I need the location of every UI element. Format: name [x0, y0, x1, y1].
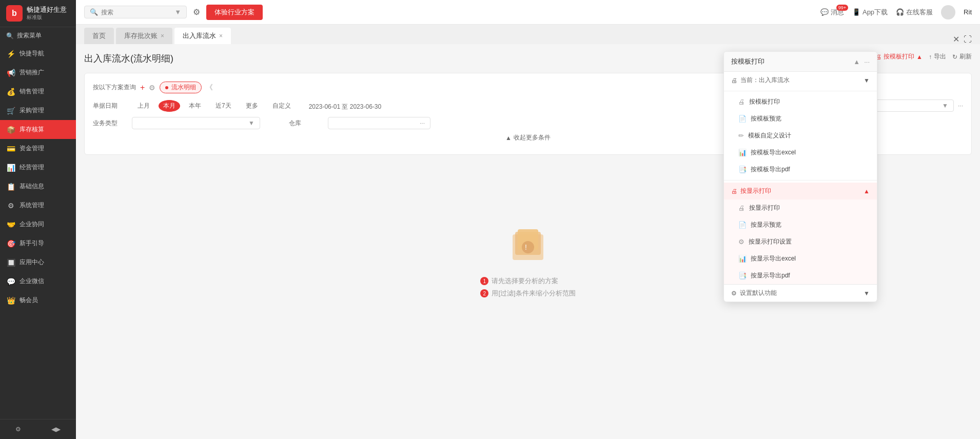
search-icon: 🔍	[6, 32, 14, 39]
empty-tip-1-label: 请先选择要分析的方案	[492, 276, 558, 286]
doc-type-arrow: ▼	[942, 102, 948, 109]
collab-icon: 🤝	[6, 221, 15, 229]
refresh-btn[interactable]: ↻ 刷新	[952, 52, 972, 61]
date-last-month-btn[interactable]: 上月	[132, 100, 155, 112]
sidebar-item-wecom[interactable]: 💬 企业微信	[0, 272, 76, 291]
logo-icon: b	[6, 5, 23, 22]
app-download-btn[interactable]: 📱 App下载	[852, 8, 888, 17]
filter-add-btn[interactable]: +	[140, 83, 145, 92]
sidebar-item-finance[interactable]: 💳 资金管理	[0, 139, 76, 158]
user-avatar[interactable]	[941, 5, 955, 19]
display-print-settings-label: 按显示打印设置	[749, 237, 792, 246]
display-print-section-header[interactable]: 🖨 按显示打印 ▲	[724, 183, 877, 199]
dropdown-item-template-print[interactable]: 🖨 按模板打印	[724, 93, 877, 110]
biz-type-input[interactable]: ▼	[132, 117, 260, 129]
dropdown-item-display-print-settings[interactable]: ⚙ 按显示打印设置	[724, 233, 877, 250]
notification-btn[interactable]: 💬 消息 99+	[820, 8, 844, 17]
system-icon: ⚙	[6, 202, 15, 210]
sidebar-item-sales[interactable]: 💰 销售管理	[0, 82, 76, 101]
dropdown-item-display-export-excel[interactable]: 📊 按显示导出excel	[724, 250, 877, 267]
trial-button[interactable]: 体验行业方案	[206, 5, 263, 20]
sidebar-item-purchase[interactable]: 🛒 采购管理	[0, 101, 76, 120]
sidebar-settings-btn[interactable]: ⚙	[11, 424, 25, 435]
display-preview-label: 按显示预览	[751, 221, 781, 229]
export-btn[interactable]: ↑ 导出	[929, 52, 946, 61]
dropdown-item-template-export-excel[interactable]: 📊 按模板导出excel	[724, 144, 877, 161]
date-this-month-btn[interactable]: 本月	[159, 100, 180, 112]
filter-active-tag[interactable]: 流水明细	[160, 82, 202, 93]
notification-icon: 💬	[820, 8, 829, 16]
sidebar-item-label: 营销推广	[19, 68, 44, 77]
sidebar-item-label: 新手引导	[19, 239, 44, 248]
app-download-label: App下载	[863, 8, 888, 17]
date-more-btn[interactable]: 更多	[240, 100, 264, 112]
sidebar-item-basic[interactable]: 📋 基础信息	[0, 177, 76, 196]
dropdown-up-arrow[interactable]: ▲	[853, 58, 860, 66]
empty-tip-2: 2 用[过滤]条件来缩小分析范围	[480, 289, 575, 298]
online-service-btn[interactable]: 🎧 在线客服	[896, 8, 933, 17]
sidebar-item-quick-nav[interactable]: ⚡ 快捷导航	[0, 44, 76, 63]
sidebar-item-label: 快捷导航	[19, 49, 44, 58]
warehouse-input[interactable]: ···	[328, 117, 430, 129]
print-template-btn[interactable]: 🖨 按模板打印 ▲	[875, 52, 923, 61]
sidebar-item-system[interactable]: ⚙ 系统管理	[0, 196, 76, 215]
dropdown-more-dots[interactable]: ···	[864, 58, 870, 66]
dropdown-item-display-print[interactable]: 🖨 按显示打印	[724, 199, 877, 216]
date-custom-btn[interactable]: 自定义	[267, 100, 297, 112]
dropdown-item-template-export-pdf[interactable]: 📑 按模板导出pdf	[724, 161, 877, 178]
tab-inout-flow-close[interactable]: ×	[219, 32, 223, 39]
wecom-icon: 💬	[6, 277, 15, 286]
sidebar-search[interactable]: 🔍 搜索菜单	[0, 27, 76, 44]
operations-icon: 📊	[6, 164, 15, 172]
dropdown-footer[interactable]: ⚙ 设置默认功能 ▼	[724, 284, 877, 302]
sidebar-item-marketing[interactable]: 📢 营销推广	[0, 63, 76, 82]
dropdown-item-display-preview[interactable]: 📄 按显示预览	[724, 216, 877, 233]
template-export-excel-icon: 📊	[738, 149, 747, 156]
template-preview-label: 按模板预览	[751, 114, 781, 123]
sidebar-logo: b 畅捷通好生意 标准版	[0, 0, 76, 27]
display-preview-icon: 📄	[738, 221, 747, 229]
tab-close-all-btn[interactable]: ✕	[953, 34, 959, 44]
filter-title: 按以下方案查询	[93, 83, 136, 92]
sidebar-item-member[interactable]: 👑 畅会员	[0, 291, 76, 310]
online-service-label: 在线客服	[906, 8, 933, 17]
tab-home[interactable]: 首页	[84, 28, 114, 44]
template-preview-icon: 📄	[738, 115, 747, 123]
dropdown-item-template-custom[interactable]: ✏ 模板自定义设计	[724, 127, 877, 144]
sidebar-item-label: 库存核算	[19, 125, 44, 134]
tab-batch-account[interactable]: 库存批次账 ×	[116, 28, 172, 44]
template-export-pdf-label: 按模板导出pdf	[751, 165, 790, 174]
display-print-settings-icon: ⚙	[738, 238, 744, 246]
sidebar-collapse-btn[interactable]: ◀▶	[47, 424, 65, 435]
warehouse-more-dots[interactable]: ···	[420, 119, 425, 127]
sidebar-item-collab[interactable]: 🤝 企业协同	[0, 215, 76, 234]
date-last-7-days-btn[interactable]: 近7天	[210, 100, 237, 112]
filter-collapse-btn[interactable]: 《	[206, 83, 213, 92]
sidebar-item-app-center[interactable]: 🔲 应用中心	[0, 253, 76, 272]
topbar-gear-icon[interactable]: ⚙	[193, 7, 200, 17]
current-label-text: 当前：出入库流水	[740, 76, 790, 85]
print-template-arrow: ▲	[916, 53, 923, 61]
sidebar-item-inventory[interactable]: 📦 库存核算	[0, 120, 76, 139]
sidebar-item-operations[interactable]: 📊 经营管理	[0, 158, 76, 177]
template-print-section: 🖨 按模板打印 📄 按模板预览 ✏ 模板自定义设计 📊 按模板导出excel 📑…	[724, 93, 877, 178]
dropdown-item-template-preview[interactable]: 📄 按模板预览	[724, 110, 877, 127]
tab-batch-account-close[interactable]: ×	[161, 32, 164, 39]
doc-type-more-dots[interactable]: ···	[958, 102, 963, 109]
dropdown-item-display-export-pdf[interactable]: 📑 按显示导出pdf	[724, 267, 877, 284]
display-print-section: 🖨 按显示打印 📄 按显示预览 ⚙ 按显示打印设置 📊 按显示导出excel 📑…	[724, 199, 877, 284]
service-icon: 🎧	[896, 8, 904, 16]
display-print-section-label: 按显示打印	[740, 187, 771, 195]
tab-inout-flow[interactable]: 出入库流水 ×	[174, 28, 231, 44]
topbar-search-box[interactable]: 🔍 ▼	[84, 6, 187, 18]
topbar-search-input[interactable]	[101, 9, 171, 16]
filter-settings-btn[interactable]: ⚙	[149, 84, 155, 92]
sidebar-item-guide[interactable]: 🎯 新手引导	[0, 234, 76, 253]
sidebar-item-label: 资金管理	[19, 144, 44, 153]
quick-nav-icon: ⚡	[6, 50, 15, 58]
date-this-year-btn[interactable]: 本年	[183, 100, 207, 112]
sidebar-bottom: ⚙ ◀▶	[0, 419, 76, 439]
guide-icon: 🎯	[6, 240, 15, 248]
template-export-excel-label: 按模板导出excel	[751, 148, 796, 157]
tab-maximize-btn[interactable]: ⛶	[964, 35, 972, 44]
